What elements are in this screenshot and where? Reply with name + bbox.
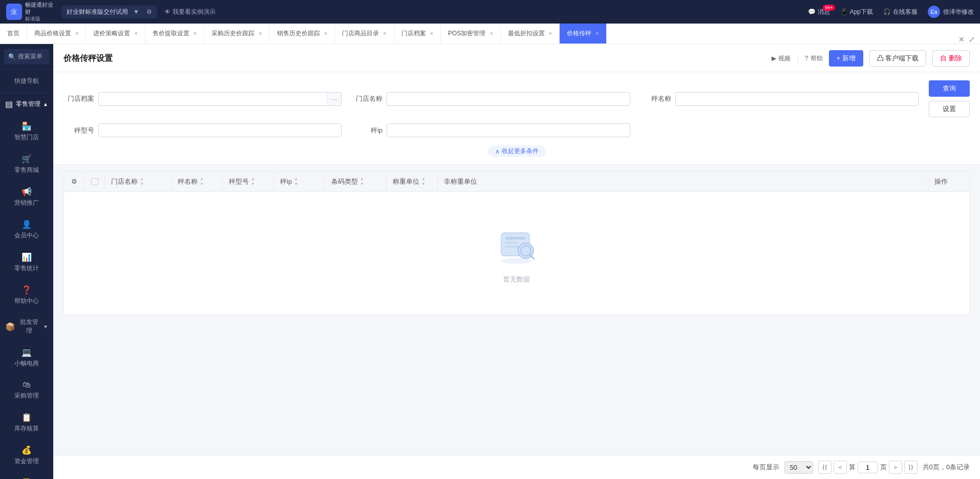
tab-salehistory[interactable]: 销售历史价跟踪 ×	[270, 24, 335, 43]
message-action[interactable]: 💬 消息 99+	[808, 8, 830, 16]
inventory-icon: 📋	[22, 412, 32, 422]
close-purchase-icon[interactable]: ×	[259, 30, 262, 36]
collapse-button[interactable]: ∧ 收起更多条件	[488, 145, 546, 157]
tab-price[interactable]: 商品价格设置 ×	[27, 24, 86, 43]
first-page-button[interactable]: ⟨⟨	[818, 461, 832, 474]
page-size-select[interactable]: 50 20 100	[784, 461, 813, 474]
download-button[interactable]: 凸 客户端下载	[869, 50, 927, 67]
search-button[interactable]: 查询	[929, 80, 970, 97]
search-menu-button[interactable]: 🔍 搜索菜单	[4, 49, 49, 64]
tab-purchase-label: 采购历史价跟踪	[211, 29, 254, 38]
tab-home-label: 首页	[7, 29, 19, 38]
table-container: ⚙ 门店名称 ▲▼ 秤名称 ▲▼	[63, 171, 970, 315]
prev-page-button[interactable]: ＜	[834, 461, 847, 474]
demo-button[interactable]: 👁 我要看实例演示	[164, 8, 216, 16]
close-advance-icon[interactable]: ×	[134, 30, 137, 36]
purchase-icon: 🛍	[23, 380, 31, 389]
close-discount-icon[interactable]: ×	[549, 30, 552, 36]
app-logo: 业 畅捷通好业财 标准版	[6, 1, 57, 23]
app-download-action[interactable]: 📱 App下载	[840, 8, 873, 16]
close-price-icon[interactable]: ×	[75, 30, 78, 36]
sort-scale-ip-icon[interactable]: ▲▼	[294, 177, 298, 186]
store-name-input[interactable]	[387, 92, 630, 106]
select-all-checkbox[interactable]	[91, 178, 98, 185]
th-gear[interactable]: ⚙	[64, 172, 84, 190]
tab-sale[interactable]: 售价提取设置 ×	[145, 24, 204, 43]
collapse-row: ∧ 收起更多条件	[63, 143, 970, 159]
sort-weight-icon[interactable]: ▲▼	[421, 177, 425, 186]
add-button[interactable]: + 新增	[829, 50, 863, 67]
video-link[interactable]: ▶ 视频	[772, 54, 791, 63]
svg-rect-4	[505, 246, 521, 248]
tab-catalog[interactable]: 门店商品目录 ×	[335, 24, 394, 43]
delete-button[interactable]: 自 删除	[932, 50, 970, 67]
sidebar-item-help[interactable]: ❓ 帮助中心	[0, 279, 53, 312]
page-info: 算 页	[849, 462, 887, 473]
edition-badge: 标准版	[25, 15, 57, 23]
scale-model-label: 秤型号	[63, 126, 94, 135]
close-store-icon[interactable]: ×	[430, 30, 433, 36]
store-archive-more-btn[interactable]: ···	[327, 93, 341, 105]
tab-catalog-label: 门店商品目录	[342, 29, 379, 38]
sidebar-item-purchase[interactable]: 🛍 采购管理	[0, 374, 53, 406]
sidebar-item-xiaochange[interactable]: 💻 小畅电商	[0, 341, 53, 374]
th-store-name: 门店名称 ▲▼	[105, 171, 172, 191]
empty-icon	[491, 223, 542, 269]
sort-store-icon[interactable]: ▲▼	[140, 177, 144, 186]
tab-store[interactable]: 门店档案 ×	[394, 24, 441, 43]
version-gear-icon[interactable]: ⚙	[146, 8, 152, 15]
chevron-down-icon: ▼	[43, 324, 48, 330]
user-info[interactable]: Ea 徐泽华修改	[928, 6, 974, 18]
close-pos-icon[interactable]: ×	[489, 30, 493, 36]
page-header: 价格传秤设置 ▶ 视频 | ? 帮助 + 新增 凸 客户端下载	[53, 44, 980, 72]
close-pricepass-icon[interactable]: ×	[595, 30, 599, 36]
maximize-icon[interactable]: ⤢	[969, 35, 975, 43]
last-page-button[interactable]: ⟩⟩	[904, 461, 918, 474]
sidebar-item-wholesale[interactable]: 📦 批发管理 ▼	[0, 312, 53, 341]
main-body: 🔍 搜索菜单 快捷导航 ▤ 零售管理 ▲ 🏪 智慧门店 🛒 零售商城	[0, 44, 980, 479]
svg-rect-3	[505, 242, 518, 244]
sort-scale-name-icon[interactable]: ▲▼	[200, 177, 204, 186]
help-link[interactable]: ? 帮助	[805, 54, 823, 63]
tab-pos[interactable]: POS加密管理 ×	[441, 24, 501, 43]
tab-advance[interactable]: 进价策略设置 ×	[86, 24, 145, 43]
scale-name-input[interactable]	[675, 92, 919, 106]
tab-pricepass[interactable]: 价格传秤 ×	[560, 24, 606, 43]
sidebar-item-general[interactable]: 📒 总账管理	[0, 472, 53, 479]
scale-ip-input[interactable]	[387, 123, 630, 137]
close-sale-icon[interactable]: ×	[194, 30, 197, 36]
close-salehistory-icon[interactable]: ×	[324, 30, 327, 36]
sidebar-item-finance[interactable]: 💰 资金管理	[0, 439, 53, 472]
ecommerce-icon: 🛒	[22, 154, 32, 164]
sort-barcode-icon[interactable]: ▲▼	[360, 177, 364, 186]
sidebar-item-member[interactable]: 👤 会员中心	[0, 213, 53, 246]
th-checkbox[interactable]	[84, 173, 105, 190]
page-num-input[interactable]	[858, 462, 878, 473]
sidebar-item-ecommerce[interactable]: 🛒 零售商城	[0, 148, 53, 181]
empty-text: 暂无数据	[503, 275, 530, 284]
close-all-tabs-icon[interactable]: ✕	[958, 35, 965, 43]
store-archive-input[interactable]	[99, 93, 327, 105]
close-catalog-icon[interactable]: ×	[383, 30, 386, 36]
filter-row-2: 秤型号 秤ip	[63, 123, 970, 137]
tab-home[interactable]: 首页	[0, 24, 27, 43]
sidebar-item-smart[interactable]: 🏪 智慧门店	[0, 115, 53, 148]
table-gear-icon[interactable]: ⚙	[71, 178, 77, 185]
tab-end-actions: ✕ ⤢	[953, 35, 980, 43]
th-operation: 操作	[928, 172, 969, 191]
sidebar-item-stats[interactable]: 📊 零售统计	[0, 246, 53, 279]
sort-scale-model-icon[interactable]: ▲▼	[251, 177, 255, 186]
online-service-action[interactable]: 🎧 在线客服	[883, 8, 918, 16]
sidebar-item-inventory[interactable]: 📋 库存核算	[0, 406, 53, 439]
page-actions: ▶ 视频 | ? 帮助 + 新增 凸 客户端下载 自 删除	[772, 50, 970, 67]
set-button[interactable]: 设置	[929, 101, 970, 117]
tab-purchase[interactable]: 采购历史价跟踪 ×	[204, 24, 269, 43]
scale-model-input[interactable]	[98, 123, 342, 137]
tab-discount[interactable]: 最低折扣设置 ×	[501, 24, 560, 43]
tab-sale-label: 售价提取设置	[153, 29, 189, 38]
sidebar-item-marketing[interactable]: 📢 营销推广	[0, 181, 53, 213]
quick-nav-button[interactable]: 快捷导航	[0, 73, 53, 90]
sidebar-item-retail[interactable]: ▤ 零售管理 ▲	[0, 93, 53, 115]
next-page-button[interactable]: ＞	[889, 461, 902, 474]
version-selector[interactable]: 好业财标准版交付试用 ▼ ⚙	[61, 6, 157, 18]
